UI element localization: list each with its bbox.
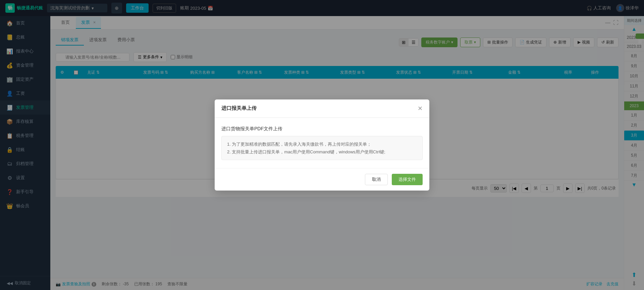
upload-tips: 1. 为了更加精准的数据匹配，请先录入海关缴款书，再上传对应的报关单； 2. 支… xyxy=(221,136,423,160)
cancel-button[interactable]: 取消 xyxy=(365,174,388,185)
tip-item-2: 2. 支持批量上传进口报关单，mac用户使用Command键，windows用户… xyxy=(227,148,417,156)
modal-dialog: 进口报关单上传 ✕ 进口货物报关单PDF文件上传 1. 为了更加精准的数据匹配，… xyxy=(215,99,429,191)
tip-item-1: 1. 为了更加精准的数据匹配，请先录入海关缴款书，再上传对应的报关单； xyxy=(227,140,417,148)
modal-title: 进口报关单上传 xyxy=(221,105,257,112)
modal-header: 进口报关单上传 ✕ xyxy=(215,99,429,118)
select-file-button[interactable]: 选择文件 xyxy=(392,174,423,185)
modal-body: 进口货物报关单PDF文件上传 1. 为了更加精准的数据匹配，请先录入海关缴款书，… xyxy=(215,118,429,168)
upload-title: 进口货物报关单PDF文件上传 xyxy=(221,126,423,132)
modal-footer: 取消 选择文件 xyxy=(215,168,429,191)
modal-overlay[interactable]: 进口报关单上传 ✕ 进口货物报关单PDF文件上传 1. 为了更加精准的数据匹配，… xyxy=(0,0,644,290)
modal-close-button[interactable]: ✕ xyxy=(418,105,423,112)
